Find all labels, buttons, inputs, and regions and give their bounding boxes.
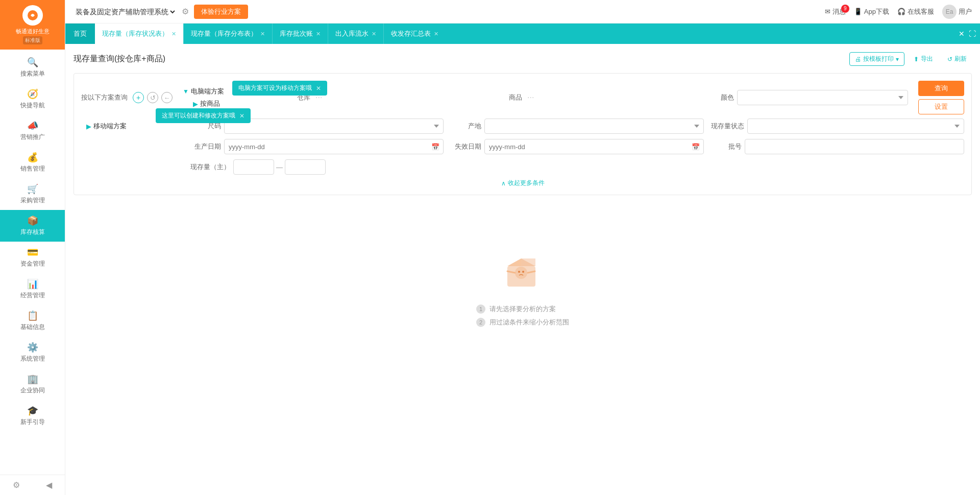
step-1-text: 请先选择要分析的方案 — [489, 304, 556, 314]
chevron-up-icon: ∧ — [501, 180, 506, 187]
refresh-button[interactable]: ↺ 刷新 — [942, 53, 972, 65]
mobile-scheme-text: 移动端方案 — [93, 122, 127, 131]
sidebar-item-label: 采购管理 — [20, 196, 45, 205]
tab-recv-summary[interactable]: 收发存汇总表 ✕ — [383, 23, 446, 44]
template-print-label: 按模板打印 — [863, 55, 894, 63]
empty-step-1: 1 请先选择要分析的方案 — [476, 304, 569, 314]
content-inner: 现存量查询(按仓库+商品) 🖨 按模板打印 ▾ ⬆ 导出 ↺ 刷新 — [65, 44, 980, 495]
tab-close-all-icon[interactable]: ✕ — [959, 30, 965, 38]
sidebar: 畅通道好生意 标准版 🔍 搜索菜单 🧭 快捷导航 📣 营销推广 💰 销售管理 🛒… — [0, 0, 65, 495]
search-icon: 🔍 — [27, 57, 38, 68]
sidebar-item-purchase[interactable]: 🛒 采购管理 — [0, 178, 65, 210]
topbar-right: ✉ 消息 9 📱 App下载 🎧 在线客服 Ea 用户 — [825, 5, 972, 19]
sidebar-item-inventory[interactable]: 📦 库存核算 — [0, 210, 65, 242]
produce-date-input[interactable] — [224, 139, 444, 154]
stock-qty-min-input[interactable] — [233, 159, 274, 175]
sidebar-item-finance[interactable]: 💳 资金管理 — [0, 242, 65, 273]
chevron-down-icon: ▼ — [183, 88, 189, 95]
origin-label: 产地 — [451, 122, 481, 131]
tabbar: 首页 现存量（库存状况表） ✕ 现存量（库存分布表） ✕ 库存批次账 ✕ 出入库… — [65, 23, 980, 44]
tab-close-icon[interactable]: ✕ — [316, 31, 321, 37]
tooltip-scheme-close[interactable]: ✕ — [239, 112, 244, 120]
filter-reset-button[interactable]: ↺ — [147, 92, 158, 103]
filter-add-button[interactable]: + — [133, 92, 144, 103]
refresh-icon: ↺ — [947, 56, 952, 63]
svg-point-6 — [522, 271, 524, 273]
footer-settings-icon[interactable]: ⚙ — [13, 480, 20, 490]
sidebar-item-enterprise[interactable]: 🏢 企业协同 — [0, 368, 65, 400]
tab-close-icon[interactable]: ✕ — [372, 31, 376, 37]
tab-close-icon[interactable]: ✕ — [172, 31, 176, 37]
batch-input[interactable] — [745, 139, 964, 154]
tooltip-scheme-text: 这里可以创建和修改方案哦 — [162, 111, 235, 120]
message-button[interactable]: ✉ 消息 9 — [825, 7, 846, 16]
chart-icon: 📊 — [27, 278, 38, 290]
building-icon: 🏢 — [27, 373, 38, 385]
produce-date-label: 生产日期 — [190, 142, 221, 151]
color-select[interactable] — [737, 90, 908, 105]
topbar: 装备及固定资产辅助管理系统 ⚙ 体验行业方案 ✉ 消息 9 📱 App下载 🎧 … — [65, 0, 980, 23]
stock-status-select[interactable] — [747, 119, 964, 134]
size-select[interactable] — [224, 119, 444, 134]
clipboard-icon: 📋 — [27, 310, 38, 321]
color-label: 颜色 — [703, 93, 734, 102]
topbar-system-select[interactable]: 装备及固定资产辅助管理系统 — [74, 7, 177, 16]
tooltip-desktop-close[interactable]: ✕ — [316, 85, 321, 92]
sidebar-item-system[interactable]: ⚙️ 系统管理 — [0, 337, 65, 368]
desktop-scheme-label[interactable]: 电脑端方案 — [191, 87, 224, 96]
stock-status-label: 现存量状态 — [711, 122, 744, 131]
megaphone-icon: 📣 — [27, 120, 38, 131]
stock-qty-max-input[interactable] — [285, 159, 326, 175]
tab-inout-flow[interactable]: 出入库流水 ✕ — [328, 23, 383, 44]
reset-button[interactable]: 设置 — [918, 99, 964, 114]
solution-button[interactable]: 体验行业方案 — [194, 5, 248, 19]
tabbar-actions: ✕ ⛶ — [959, 30, 980, 38]
sidebar-item-basic[interactable]: 📋 基础信息 — [0, 305, 65, 337]
sidebar-item-operation[interactable]: 📊 经营管理 — [0, 273, 65, 305]
template-print-button[interactable]: 🖨 按模板打印 ▾ — [849, 52, 904, 66]
filter-fields-row4: 现存量（主） — — [81, 159, 964, 175]
tab-home[interactable]: 首页 — [65, 23, 95, 44]
tab-label: 现存量（库存状况表） — [102, 29, 168, 38]
sidebar-item-label: 快捷导航 — [20, 101, 45, 110]
tab-maximize-icon[interactable]: ⛶ — [969, 30, 976, 38]
sidebar-item-guide[interactable]: 🎓 新手引导 — [0, 400, 65, 432]
sidebar-item-search-menu[interactable]: 🔍 搜索菜单 — [0, 52, 65, 83]
content-area: 现存量查询(按仓库+商品) 🖨 按模板打印 ▾ ⬆ 导出 ↺ 刷新 — [65, 44, 980, 495]
app-download-label: App下载 — [864, 7, 889, 16]
printer-icon: 🖨 — [855, 56, 861, 63]
filter-arrow-button[interactable]: ← — [161, 92, 173, 103]
app-download-button[interactable]: 📱 App下载 — [854, 7, 889, 16]
footer-collapse-icon[interactable]: ◀ — [46, 480, 52, 490]
topbar-settings-icon[interactable]: ⚙ — [182, 7, 189, 16]
calendar-icon[interactable]: 📅 — [431, 143, 439, 151]
sidebar-footer: ⚙ ◀ — [0, 475, 65, 495]
sidebar-item-label: 企业协同 — [20, 386, 45, 395]
tab-close-icon[interactable]: ✕ — [434, 31, 438, 37]
sidebar-item-label: 资金管理 — [20, 260, 45, 268]
calendar2-icon[interactable]: 📅 — [692, 143, 700, 151]
scheme-item[interactable]: ▶ 按商品 — [193, 99, 264, 108]
chevron-down-icon: ▾ — [896, 56, 899, 63]
logo-icon — [22, 5, 43, 26]
tab-close-icon[interactable]: ✕ — [260, 31, 265, 37]
tab-label: 现存量（库存分布表） — [191, 29, 257, 38]
origin-select[interactable] — [484, 119, 704, 134]
tab-inventory-dist[interactable]: 现存量（库存分布表） ✕ — [183, 23, 272, 44]
tab-inventory-status[interactable]: 现存量（库存状况表） ✕ — [95, 23, 183, 44]
online-support-button[interactable]: 🎧 在线客服 — [897, 7, 934, 16]
collapse-button[interactable]: ∧ 收起更多条件 — [501, 179, 545, 187]
sidebar-item-quick-nav[interactable]: 🧭 快捷导航 — [0, 83, 65, 115]
search-button[interactable]: 查询 — [918, 81, 964, 96]
expire-date-input[interactable] — [484, 139, 704, 154]
scheme-item-icon: ▶ — [193, 100, 198, 108]
produce-date-wrap: 📅 — [224, 139, 444, 154]
goods-label: 商品 — [492, 93, 522, 102]
sidebar-item-marketing[interactable]: 📣 营销推广 — [0, 115, 65, 147]
tab-batch-ledger[interactable]: 库存批次账 ✕ — [272, 23, 328, 44]
tab-home-label: 首页 — [74, 29, 87, 38]
goods-dots[interactable]: ··· — [525, 93, 536, 102]
sidebar-item-sales[interactable]: 💰 销售管理 — [0, 147, 65, 178]
user-button[interactable]: Ea 用户 — [942, 5, 972, 19]
export-button[interactable]: ⬆ 导出 — [909, 53, 938, 65]
